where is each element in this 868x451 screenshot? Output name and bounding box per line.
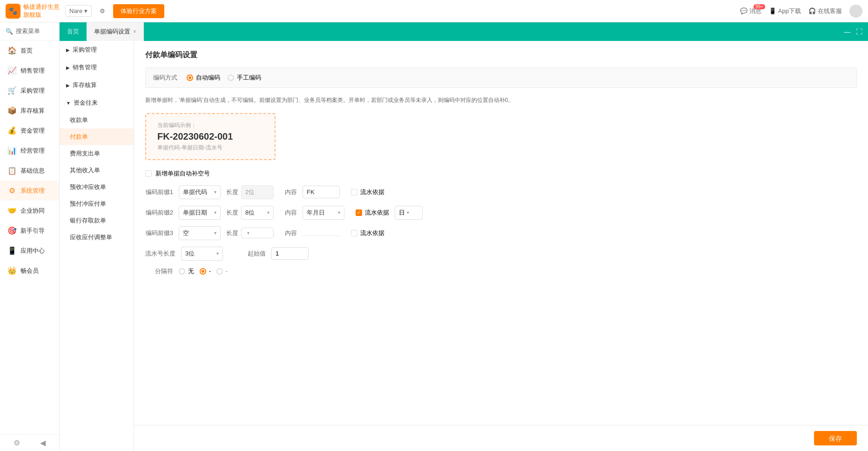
tabs-actions: — ⛶	[842, 26, 868, 37]
purchase-icon: 🛒	[7, 86, 17, 95]
length1-group: 长度 2位	[226, 185, 274, 199]
chevron-down-icon: ▾	[216, 251, 219, 256]
sidebar-item-sales[interactable]: 📈 销售管理	[0, 61, 59, 81]
save-button[interactable]: 保存	[814, 431, 857, 445]
content2-label: 内容	[285, 209, 297, 217]
nav-label-sales: 销售管理	[73, 63, 97, 72]
nav-item-other-income[interactable]: 其他收入单	[60, 162, 134, 179]
message-btn[interactable]: 💬 消息 99+	[740, 7, 761, 15]
prefix1-select[interactable]: 单据代码 ▾	[179, 185, 221, 199]
nav-item-prepay-pay[interactable]: 预付冲应付单	[60, 195, 134, 212]
tab-maximize-btn[interactable]: ⛶	[854, 26, 864, 37]
nav-header-sales[interactable]: ▶ 销售管理	[60, 59, 134, 76]
content2-value: 年月日	[307, 209, 325, 217]
nav-item-expense[interactable]: 费用支出单	[60, 145, 134, 162]
auto-fill-label: 新增单据自动补空号	[155, 169, 210, 178]
length2-select[interactable]: 8位 ▾	[241, 206, 274, 220]
sidebar-settings-btn[interactable]: ⚙	[13, 438, 20, 447]
app-download-btn[interactable]: 📱 App下载	[769, 7, 801, 15]
manual-code-radio[interactable]: 手工编码	[228, 74, 261, 82]
sep-dot-char: -	[209, 268, 211, 275]
nav-item-receipt[interactable]: 收款单	[60, 112, 134, 128]
sidebar-item-member[interactable]: 👑 畅会员	[0, 261, 59, 281]
sidebar-item-label: 销售管理	[20, 67, 45, 75]
nav-header-capital[interactable]: ▼ 资金往来	[60, 94, 134, 112]
nav-item-payment[interactable]: 付款单	[60, 128, 134, 145]
prefix1-label: 编码前缀1	[145, 188, 173, 196]
nav-item-label: 费用支出单	[70, 150, 100, 157]
sidebar-search[interactable]: 🔍 搜索菜单	[0, 22, 59, 40]
sidebar-item-operations[interactable]: 📊 经营管理	[0, 141, 59, 161]
sep-none-label: 无	[188, 267, 194, 276]
content2-select[interactable]: 年月日 ▾	[303, 206, 344, 220]
headset-icon: 🎧	[808, 7, 816, 14]
sep-dot-radio[interactable]: -	[200, 268, 211, 275]
online-service-btn[interactable]: 🎧 在线客服	[808, 7, 842, 15]
waterfall1-label: 流水依据	[360, 188, 384, 196]
length1-value: 2位	[245, 188, 255, 196]
date-unit-select[interactable]: 日 ▾	[395, 206, 423, 220]
prefix2-label: 编码前缀2	[145, 209, 173, 217]
sidebar-item-apps[interactable]: 📱 应用中心	[0, 241, 59, 261]
length3-select[interactable]: ▾	[241, 228, 274, 238]
chevron-down-icon: ▾	[214, 230, 216, 236]
sep-other-char: ·	[226, 268, 228, 275]
company-select[interactable]: Nare ▾	[65, 5, 92, 17]
prefix3-select[interactable]: 空 ▾	[179, 226, 221, 240]
sidebar-item-enterprise[interactable]: 🤝 企业协同	[0, 201, 59, 221]
sidebar-item-base[interactable]: 📋 基础信息	[0, 161, 59, 181]
nav-header-inventory[interactable]: ▶ 库存核算	[60, 76, 134, 94]
sidebar-item-finance[interactable]: 💰 资金管理	[0, 121, 59, 141]
sales-icon: 📈	[7, 66, 17, 75]
top-header: 🐾 畅捷通好生意 旗舰版 Nare ▾ ⚙ 体验行业方案 💬 消息 99+ 📱 …	[0, 0, 868, 22]
sidebar-item-home[interactable]: 🏠 首页	[0, 40, 59, 61]
prefix3-label: 编码前缀3	[145, 229, 173, 237]
nav-header-purchase[interactable]: ▶ 采购管理	[60, 41, 134, 59]
sidebar-item-system[interactable]: ⚙ 系统管理	[0, 181, 59, 201]
waterfall2-checkbox[interactable]	[356, 209, 362, 216]
tab-close-icon[interactable]: ×	[133, 28, 136, 35]
nav-item-adjust[interactable]: 应收应付调整单	[60, 229, 134, 246]
length3-group: 长度 ▾	[226, 228, 274, 238]
tab-minimize-btn[interactable]: —	[842, 26, 852, 37]
user-avatar[interactable]	[849, 5, 862, 18]
start-value-input[interactable]	[271, 247, 309, 260]
sidebar-item-label: 库存核算	[20, 107, 45, 115]
length3-label: 长度	[226, 229, 238, 237]
prefix2-select[interactable]: 单据日期 ▾	[179, 206, 221, 220]
app-download-label: App下载	[778, 7, 801, 15]
nav-item-label: 银行存取款单	[70, 217, 106, 224]
page-content: 付款单编码设置 编码方式 自动编码 手工编码	[134, 41, 868, 451]
sep-other-radio[interactable]: ·	[216, 268, 228, 275]
inventory-icon: 📦	[7, 106, 17, 115]
nav-label-inventory: 库存核算	[73, 81, 97, 89]
sidebar-item-inventory[interactable]: 📦 库存核算	[0, 101, 59, 121]
search-icon: 🔍	[6, 28, 13, 35]
waterfall3-group: 流水依据	[351, 229, 384, 237]
tab-home-label: 首页	[67, 27, 79, 36]
sidebar-item-label: 系统管理	[20, 187, 45, 195]
arrow-purchase: ▶	[66, 47, 70, 53]
tab-home[interactable]: 首页	[60, 22, 87, 41]
content3-value	[303, 230, 340, 236]
sidebar-item-guide[interactable]: 🎯 新手引导	[0, 221, 59, 241]
nav-item-prepay-receive[interactable]: 预收冲应收单	[60, 179, 134, 195]
waterfall1-checkbox[interactable]	[351, 189, 357, 195]
serial-length-select[interactable]: 3位 ▾	[181, 247, 223, 261]
logo-text: 畅捷通好生意 旗舰版	[23, 3, 60, 19]
experience-btn[interactable]: 体验行业方案	[113, 4, 164, 18]
info-text: 新增单据时，'单据编码'自动生成，不可编辑。前缀设置为部门、业务员等档案类。开单…	[145, 95, 857, 106]
nav-item-bank-deposit[interactable]: 银行存取款单	[60, 212, 134, 229]
auto-fill-checkbox[interactable]	[145, 170, 152, 177]
serial-length-value: 3位	[185, 249, 195, 258]
header-right: 💬 消息 99+ 📱 App下载 🎧 在线客服	[740, 5, 862, 18]
sidebar-search-label: 搜索菜单	[16, 27, 40, 35]
auto-code-radio[interactable]: 自动编码	[187, 74, 220, 82]
sidebar-item-purchase[interactable]: 🛒 采购管理	[0, 81, 59, 101]
tab-current[interactable]: 单据编码设置 ×	[87, 22, 144, 41]
settings-icon-btn[interactable]: ⚙	[95, 4, 109, 18]
sidebar-collapse-btn[interactable]: ◀	[40, 438, 46, 447]
sep-none-radio[interactable]: 无	[179, 267, 194, 276]
waterfall3-checkbox[interactable]	[351, 230, 357, 236]
waterfall1-group: 流水依据	[351, 188, 384, 196]
